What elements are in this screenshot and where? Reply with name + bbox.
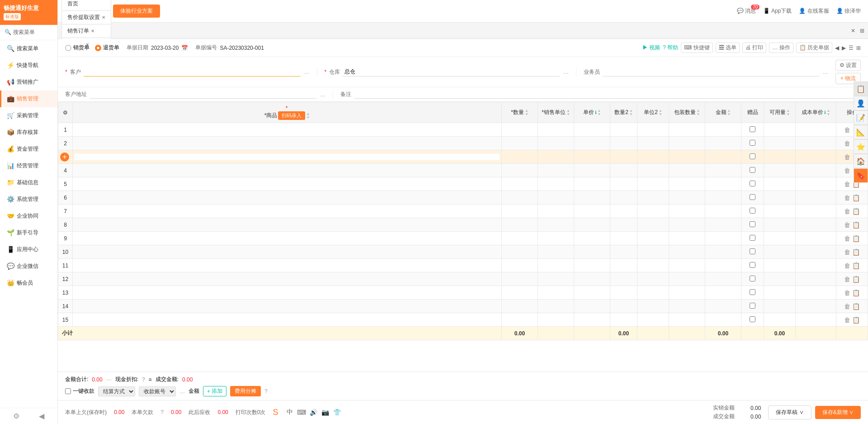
gift-checkbox[interactable] (750, 303, 755, 309)
task-icon-4[interactable]: 📷 (321, 408, 330, 417)
gift-cell[interactable] (741, 191, 764, 205)
gift-checkbox[interactable] (750, 140, 755, 146)
qty-cell[interactable] (502, 123, 538, 137)
right-panel-btn-1[interactable]: 📋 (854, 81, 868, 96)
qty-cell[interactable] (502, 177, 538, 191)
cost-cell[interactable] (796, 245, 836, 259)
amount-cell[interactable] (705, 259, 741, 272)
sidebar-item-inventory[interactable]: 📦 库存核算 (0, 124, 57, 141)
tab-close-sale-order[interactable]: ✕ (91, 29, 94, 33)
copy-row-icon[interactable]: 📋 (852, 235, 860, 242)
product-cell[interactable] (73, 205, 502, 218)
unit2-cell[interactable] (637, 191, 669, 205)
amount-cell[interactable] (705, 137, 741, 150)
one-click-pay-checkbox[interactable]: 一键收款 (65, 387, 94, 395)
trial-button[interactable]: 体验行业方案 (113, 5, 160, 18)
copy-row-icon[interactable]: 📋 (852, 262, 860, 269)
gift-cell[interactable] (741, 245, 764, 259)
unit-cell[interactable] (538, 150, 574, 164)
cost-cell[interactable] (796, 313, 836, 327)
qty-cell[interactable] (502, 137, 538, 150)
unit2-cell[interactable] (637, 272, 669, 286)
prev-record-icon[interactable]: ◀ (835, 45, 839, 51)
unit2-cell[interactable] (637, 123, 669, 137)
available-cell[interactable] (764, 300, 796, 313)
gift-checkbox[interactable] (750, 181, 755, 186)
unit-cell[interactable] (538, 245, 574, 259)
cost-info-icon[interactable]: ℹ (824, 110, 826, 115)
price-cell[interactable] (574, 150, 610, 164)
amount-cell[interactable] (705, 205, 741, 218)
qty-cell[interactable] (502, 245, 538, 259)
amount-cell[interactable] (705, 191, 741, 205)
unit2-cell[interactable] (637, 259, 669, 272)
qty-cell[interactable] (502, 286, 538, 300)
pkg-cell[interactable] (669, 286, 705, 300)
salesperson-input[interactable] (603, 68, 819, 76)
cost-cell[interactable] (796, 272, 836, 286)
right-panel-btn-5[interactable]: ⭐ (854, 139, 868, 154)
right-panel-btn-6[interactable]: 🏠 (854, 154, 868, 168)
qty2-cell[interactable] (610, 272, 637, 286)
sidebar-item-operations[interactable]: 📊 经营管理 (0, 157, 57, 174)
pkg-cell[interactable] (669, 232, 705, 245)
available-cell[interactable] (764, 150, 796, 164)
date-value[interactable]: 2023-03-20 (151, 45, 179, 51)
th-gear[interactable]: ⚙ (58, 102, 73, 123)
amount-cell[interactable] (705, 286, 741, 300)
price-cell[interactable] (574, 164, 610, 177)
price-cell[interactable] (574, 137, 610, 150)
available-cell[interactable] (764, 164, 796, 177)
qty2-cell[interactable] (610, 313, 637, 327)
delete-row-icon[interactable]: 🗑 (844, 289, 850, 296)
product-cell[interactable] (73, 137, 502, 150)
gift-cell[interactable] (741, 300, 764, 313)
unit2-cell[interactable] (637, 150, 669, 164)
tab-close-sale-out[interactable]: ✕ (85, 42, 89, 47)
gift-checkbox[interactable] (750, 248, 755, 254)
pkg-cell[interactable] (669, 245, 705, 259)
pkg-cell[interactable] (669, 191, 705, 205)
product-cell[interactable] (73, 191, 502, 205)
right-panel-btn-4[interactable]: 📐 (854, 125, 868, 139)
price-cell[interactable] (574, 245, 610, 259)
cost-cell[interactable] (796, 300, 836, 313)
qty-cell[interactable] (502, 150, 538, 164)
available-cell[interactable] (764, 218, 796, 232)
video-btn[interactable]: ▶ 视频 (642, 44, 660, 52)
pkg-cell[interactable] (669, 218, 705, 232)
price-cell[interactable] (574, 205, 610, 218)
unit-cell[interactable] (538, 300, 574, 313)
gift-checkbox[interactable] (750, 194, 755, 200)
history-btn[interactable]: 📋 历史单据 (796, 43, 832, 53)
salesperson-select-icon[interactable]: … (823, 69, 828, 75)
qty2-cell[interactable] (610, 259, 637, 272)
price-cell[interactable] (574, 300, 610, 313)
pkg-cell[interactable] (669, 164, 705, 177)
delete-row-icon[interactable]: 🗑 (844, 262, 850, 269)
unit2-cell[interactable] (637, 300, 669, 313)
amount-cell[interactable] (705, 150, 741, 164)
tab-close-sale-price[interactable]: ✕ (102, 15, 105, 20)
task-icon-5[interactable]: 👕 (332, 408, 341, 417)
sidebar-item-newbie[interactable]: 🌱 新手引导 (0, 224, 57, 241)
product-cell[interactable] (73, 177, 502, 191)
available-cell[interactable] (764, 259, 796, 272)
cost-cell[interactable] (796, 137, 836, 150)
gift-checkbox[interactable] (750, 167, 755, 173)
product-input[interactable] (75, 154, 500, 160)
unit-cell[interactable] (538, 177, 574, 191)
gift-checkbox[interactable] (750, 235, 755, 241)
unit-cell[interactable] (538, 286, 574, 300)
pkg-cell[interactable] (669, 137, 705, 150)
right-panel-btn-7[interactable]: 🔖 (854, 168, 868, 183)
available-cell[interactable] (764, 177, 796, 191)
copy-row-icon[interactable]: 📋 (852, 276, 860, 283)
pkg-cell[interactable] (669, 313, 705, 327)
fee-help-icon[interactable]: ? (264, 388, 268, 395)
cost-cell[interactable] (796, 191, 836, 205)
delete-row-icon[interactable]: 🗑 (844, 235, 850, 242)
warehouse-select-icon[interactable]: … (563, 69, 569, 75)
sidebar-collapse-icon[interactable]: ◀ (39, 412, 44, 420)
gift-checkbox[interactable] (750, 316, 755, 322)
